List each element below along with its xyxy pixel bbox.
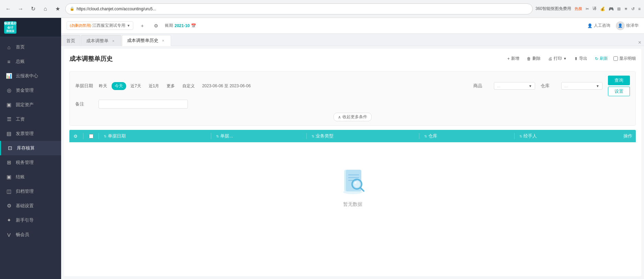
- sidebar-item-salary[interactable]: ☰ 工资: [0, 112, 61, 126]
- th-actions: 操作: [608, 133, 636, 139]
- th-warehouse[interactable]: ⇅ 仓库: [421, 133, 513, 139]
- period-info: 账期 2021-10 📅: [165, 23, 196, 29]
- date-btn-more[interactable]: 更多: [163, 82, 178, 90]
- date-btn-today[interactable]: 今天: [112, 82, 126, 90]
- sidebar-label-archive: 归档管理: [16, 188, 34, 194]
- warehouse-dropdown[interactable]: ... ▼: [561, 82, 602, 90]
- warehouse-label: 仓库: [541, 83, 558, 89]
- sidebar-item-guide[interactable]: ✦ 新手引导: [0, 213, 61, 227]
- refresh-button[interactable]: ↻ 刷新: [593, 54, 610, 63]
- trash-icon: 🗑: [527, 56, 531, 61]
- date-btn-1month[interactable]: 近1月: [146, 82, 162, 90]
- date-range: 2023-06-06 至 2023-06-06: [202, 83, 250, 89]
- show-cols-input[interactable]: [613, 56, 618, 61]
- th-date[interactable]: ⇅ 单据日期: [100, 133, 210, 139]
- sidebar-item-settings[interactable]: ⚙ 基础设置: [0, 199, 61, 213]
- sidebar-label-assets: 固定资产: [16, 102, 34, 108]
- note-input[interactable]: [99, 100, 188, 109]
- svg-point-7: [354, 182, 357, 184]
- back-button[interactable]: ←: [3, 4, 13, 14]
- calendar-icon[interactable]: 📅: [191, 23, 196, 28]
- sidebar-item-assets[interactable]: ▣ 固定资产: [0, 98, 61, 112]
- th-settings[interactable]: ⚙: [69, 134, 82, 139]
- period-label: 账期: [165, 23, 173, 29]
- sidebar-item-closing[interactable]: ▣ 结账: [0, 170, 61, 184]
- url-bar[interactable]: 🔒 https://cloud.chanjet.com/accounting/u…: [65, 3, 533, 14]
- refresh-browser-button[interactable]: ↻: [28, 4, 38, 14]
- url-text: https://cloud.chanjet.com/accounting/uru…: [77, 7, 156, 11]
- sidebar-item-inventory[interactable]: ⊡ 库存核算: [0, 141, 61, 155]
- empty-text: 暂无数据: [343, 201, 362, 208]
- tab-cost-adjust-close[interactable]: ×: [111, 38, 116, 44]
- refresh-label: 刷新: [600, 56, 608, 62]
- tax-icon: ⊞: [5, 159, 12, 166]
- service-label: 人工咨询: [594, 23, 610, 29]
- date-filter-buttons: 昨天 今天 近7天 近1月 更多 自定义: [96, 82, 198, 90]
- date-btn-7days[interactable]: 近7天: [127, 82, 144, 90]
- query-button[interactable]: 查询: [608, 76, 630, 85]
- sidebar-item-tax[interactable]: ⊞ 税务管理: [0, 155, 61, 170]
- sidebar-label-home: 首页: [16, 44, 25, 50]
- sidebar-item-archive[interactable]: ◫ 归档管理: [0, 184, 61, 199]
- sidebar-nav: ⌂ 首页 ≡ 总账 📊 云报表中心 ◎ 资金管理 ▣ 固定资产 ☰ 工资: [0, 37, 61, 279]
- tab-cost-adjust-label: 成本调整单: [86, 38, 109, 44]
- empty-state: 暂无数据: [69, 142, 636, 221]
- print-label: 打印: [554, 56, 562, 62]
- sidebar-item-vip[interactable]: V 畅会员: [0, 227, 61, 242]
- guide-icon: ✦: [5, 217, 12, 223]
- sidebar-label-inventory: 库存核算: [17, 145, 35, 151]
- sort-handler-icon: ⇅: [519, 134, 522, 138]
- divider-5: [419, 133, 419, 139]
- page-actions: + 新增 🗑 删除 🖨 打印 ▼ ⬆ 导出: [505, 54, 636, 63]
- th-handler[interactable]: ⇅ 经手人: [516, 133, 608, 139]
- warehouse-filter: 仓库 ... ▼: [541, 82, 602, 90]
- th-checkbox[interactable]: [85, 134, 97, 138]
- goods-value: ...: [497, 83, 500, 88]
- export-button[interactable]: ⬆ 导出: [572, 54, 589, 63]
- warehouse-value: ...: [564, 83, 568, 88]
- header-right: 👤 人工咨询 👤 徐泽华: [587, 21, 639, 30]
- date-btn-yesterday[interactable]: 昨天: [96, 82, 110, 90]
- settings-icon: ⚙: [5, 203, 12, 209]
- search-label: 360智能抠图免费用: [535, 6, 571, 12]
- add-company-button[interactable]: +: [137, 21, 147, 31]
- tab-cost-adjust-history-close[interactable]: ×: [160, 38, 166, 43]
- inventory-icon: ⊡: [7, 145, 13, 151]
- home-browser-button[interactable]: ⌂: [41, 4, 50, 14]
- filter-settings-button[interactable]: 设置: [608, 87, 630, 96]
- service-button[interactable]: 👤 人工咨询: [587, 23, 610, 29]
- tab-home[interactable]: 首页: [61, 35, 80, 46]
- tab-cost-adjust[interactable]: 成本调整单 ×: [81, 35, 121, 46]
- th-type-label: 业务类型: [316, 133, 334, 139]
- company-selector[interactable]: (勿删勿禁用) 江西服宝测试专用 ▼: [67, 21, 133, 30]
- collapse-button[interactable]: ∧ 收起更多条件: [334, 113, 372, 121]
- sidebar-item-home[interactable]: ⌂ 首页: [0, 40, 61, 54]
- close-page-button[interactable]: ×: [638, 40, 641, 46]
- new-button[interactable]: + 新增: [505, 54, 521, 63]
- user-info[interactable]: 👤 徐泽华: [616, 21, 639, 30]
- show-cols-checkbox[interactable]: 显示明细: [613, 56, 636, 62]
- print-button[interactable]: 🖨 打印 ▼: [546, 54, 569, 63]
- date-btn-custom[interactable]: 自定义: [179, 82, 198, 90]
- sidebar-item-funds[interactable]: ◎ 资金管理: [0, 83, 61, 98]
- goods-dropdown[interactable]: ... ▼: [494, 82, 535, 90]
- sidebar-label-invoice: 发票管理: [16, 131, 34, 137]
- th-num[interactable]: ⇅ 单据...: [213, 133, 305, 139]
- th-date-label: 单据日期: [108, 133, 126, 139]
- empty-illustration: [336, 163, 370, 197]
- company-settings-icon[interactable]: ⚙: [151, 21, 161, 31]
- th-type[interactable]: ⇅ 业务类型: [308, 133, 417, 139]
- sidebar-item-ledger[interactable]: ≡ 总账: [0, 54, 61, 69]
- tab-cost-adjust-history[interactable]: 成本调整单历史 ×: [122, 35, 171, 46]
- forward-button[interactable]: →: [16, 4, 25, 14]
- delete-label: 删除: [532, 56, 541, 62]
- goods-filter: 商品 ... ▼: [473, 82, 535, 90]
- select-all-checkbox[interactable]: [89, 134, 93, 138]
- bookmark-button[interactable]: ★: [53, 4, 63, 14]
- th-num-label: 单据...: [220, 133, 233, 139]
- sidebar-item-invoice[interactable]: ▤ 发票管理: [0, 126, 61, 141]
- divider-6: [514, 133, 515, 139]
- delete-button[interactable]: 🗑 删除: [525, 54, 543, 63]
- sidebar-item-reports[interactable]: 📊 云报表中心: [0, 69, 61, 83]
- page-title: 成本调整单历史: [69, 55, 113, 63]
